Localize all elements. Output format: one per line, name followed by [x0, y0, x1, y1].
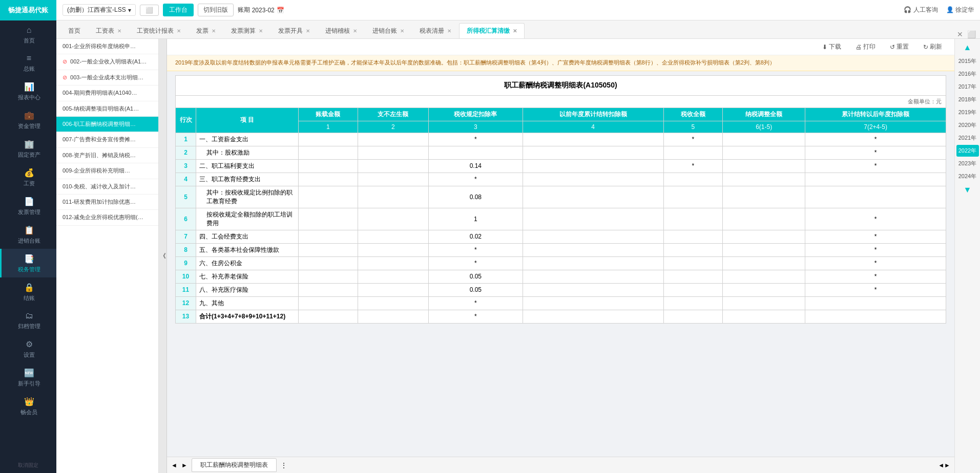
- row-C[interactable]: [299, 270, 358, 283]
- row-H[interactable]: [723, 256, 805, 270]
- row-H[interactable]: [723, 283, 805, 296]
- row-C[interactable]: [299, 256, 358, 270]
- row-D[interactable]: [358, 296, 428, 310]
- sidebar-item-report[interactable]: 📊 报表中心: [0, 77, 56, 105]
- row-item[interactable]: 其中：按税收规定比例扣除的职工教育经费: [196, 186, 299, 208]
- sidebar-item-settings[interactable]: ⚙ 设置: [0, 334, 56, 363]
- sidebar-item-home[interactable]: ⌂ 首页: [0, 20, 56, 49]
- sidebar-item-fixed[interactable]: 🏢 固定资产: [0, 134, 56, 163]
- row-F[interactable]: [523, 208, 663, 230]
- row-G[interactable]: [663, 283, 723, 296]
- row-G[interactable]: [663, 296, 723, 310]
- row-H[interactable]: [723, 296, 805, 310]
- close-tab-income-tax[interactable]: ✕: [513, 28, 517, 34]
- sidebar-item-guide[interactable]: 🆕 新手引导: [0, 363, 56, 392]
- copy-btn[interactable]: ⬜: [140, 5, 159, 16]
- row-item[interactable]: 按税收规定全额扣除的职工培训费用: [196, 208, 299, 230]
- row-D[interactable]: [358, 270, 428, 283]
- row-item[interactable]: 一、工资薪金支出: [196, 133, 299, 146]
- left-item-009[interactable]: 009-企业所得税补充明细…: [56, 163, 158, 179]
- next-sheet-btn[interactable]: ►: [181, 462, 187, 469]
- row-D[interactable]: [358, 256, 428, 270]
- close-tab-invoice-open[interactable]: ✕: [306, 28, 310, 34]
- sidebar-item-archive[interactable]: 🗂 归档管理: [0, 306, 56, 334]
- left-item-007[interactable]: 007-广告费和业务宣传费摊…: [56, 132, 158, 147]
- row-item[interactable]: 五、各类基本社会保障性缴款: [196, 243, 299, 256]
- sidebar-item-salary[interactable]: 💰 工资: [0, 163, 56, 191]
- row-H[interactable]: [723, 230, 805, 243]
- row-G[interactable]: [663, 186, 723, 208]
- row-D[interactable]: [358, 146, 428, 159]
- row-H[interactable]: [723, 173, 805, 186]
- year-down-btn[interactable]: ▼: [962, 183, 974, 197]
- row-F[interactable]: [523, 186, 663, 208]
- close-tab-salary-report[interactable]: ✕: [177, 28, 181, 34]
- year-2018[interactable]: 2018年: [956, 94, 979, 105]
- tab-close-btn[interactable]: ✕: [957, 30, 963, 38]
- row-I[interactable]: [805, 296, 946, 310]
- year-2024[interactable]: 2024年: [956, 170, 979, 182]
- tab-income-tax[interactable]: 所得税汇算清缴✕: [459, 23, 525, 38]
- row-G[interactable]: [663, 256, 723, 270]
- year-2022[interactable]: 2022年: [956, 145, 979, 157]
- row-H[interactable]: [723, 243, 805, 256]
- row-item[interactable]: 三、职工教育经费支出: [196, 173, 299, 186]
- tab-salary[interactable]: 工资表✕: [88, 23, 129, 38]
- row-item[interactable]: 七、补充养老保险: [196, 270, 299, 283]
- left-item-011[interactable]: 011-研发费用加计扣除优惠…: [56, 195, 158, 210]
- row-item[interactable]: 九、其他: [196, 296, 299, 310]
- row-H[interactable]: [723, 208, 805, 230]
- row-G[interactable]: [663, 146, 723, 159]
- sidebar-item-assets[interactable]: 💼 资金管理: [0, 105, 56, 134]
- row-D[interactable]: [358, 283, 428, 296]
- sidebar-item-close[interactable]: 🔒 结账: [0, 277, 56, 306]
- row-item[interactable]: 六、住房公积金: [196, 256, 299, 270]
- close-tab-purchase-check[interactable]: ✕: [353, 28, 357, 34]
- row-G[interactable]: [663, 310, 723, 323]
- workspace-btn[interactable]: 工作台: [163, 4, 194, 16]
- row-G[interactable]: [663, 173, 723, 186]
- row-F[interactable]: [523, 133, 663, 146]
- row-F[interactable]: [523, 243, 663, 256]
- row-F[interactable]: [523, 146, 663, 159]
- sheet-tab[interactable]: 职工薪酬纳税调整明细表: [192, 458, 277, 472]
- tab-invoice-calc[interactable]: 发票测算✕: [223, 23, 270, 38]
- user-avatar[interactable]: 👤 徐淀华: [946, 6, 974, 14]
- row-C[interactable]: [299, 133, 358, 146]
- row-F[interactable]: [523, 283, 663, 296]
- close-tab-tax-book[interactable]: ✕: [447, 28, 451, 34]
- row-I[interactable]: [805, 173, 946, 186]
- row-I[interactable]: [805, 310, 946, 323]
- row-C[interactable]: [299, 208, 358, 230]
- row-F[interactable]: [523, 270, 663, 283]
- left-item-012[interactable]: 012-减免企业所得税优惠明细(…: [56, 210, 158, 225]
- row-F[interactable]: [523, 296, 663, 310]
- row-H[interactable]: [723, 186, 805, 208]
- sheet-menu-btn[interactable]: ⋮: [281, 462, 287, 469]
- company-selector[interactable]: (勿删）江西睿宝-LSS ▾: [62, 4, 136, 16]
- row-F[interactable]: [523, 230, 663, 243]
- row-D[interactable]: [358, 310, 428, 323]
- row-G[interactable]: [663, 270, 723, 283]
- row-C[interactable]: [299, 186, 358, 208]
- row-D[interactable]: [358, 243, 428, 256]
- reset-btn[interactable]: ↺ 重置: [886, 41, 913, 53]
- download-btn[interactable]: ⬇ 下载: [818, 41, 845, 53]
- row-F[interactable]: [523, 310, 663, 323]
- left-item-005[interactable]: 005-纳税调整项目明细表(A1…: [56, 101, 158, 117]
- row-H[interactable]: [723, 310, 805, 323]
- year-2019[interactable]: 2019年: [956, 106, 979, 118]
- row-F[interactable]: [523, 173, 663, 186]
- sidebar-item-tax[interactable]: 📑 税务管理: [0, 249, 56, 277]
- row-E[interactable]: [428, 146, 523, 159]
- switch-period-btn[interactable]: 切到旧版: [198, 4, 234, 16]
- year-2015[interactable]: 2015年: [956, 55, 979, 67]
- left-item-008[interactable]: 008-资产折旧、摊销及纳税…: [56, 148, 158, 163]
- tab-tax-book[interactable]: 税表清册✕: [412, 23, 459, 38]
- refresh-btn[interactable]: ↻ 刷新: [919, 41, 946, 53]
- row-C[interactable]: [299, 296, 358, 310]
- prev-sheet-btn[interactable]: ◄: [171, 462, 177, 469]
- year-2023[interactable]: 2023年: [956, 158, 979, 169]
- row-item[interactable]: 四、工会经费支出: [196, 230, 299, 243]
- left-item-006[interactable]: 006-职工薪酬纳税调整明细…: [56, 117, 158, 132]
